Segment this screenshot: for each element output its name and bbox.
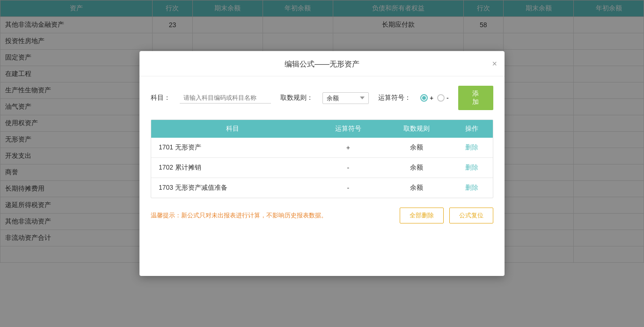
- delete-row-1-link[interactable]: 删除: [465, 164, 478, 171]
- table-cell-rule: 余额: [382, 138, 451, 158]
- table-header-cell: 操作: [451, 120, 493, 138]
- delete-row-2-link[interactable]: 删除: [465, 184, 478, 191]
- operator-radio-group: + -: [420, 94, 449, 102]
- table-cell-subject: 1702 累计摊销: [151, 158, 314, 178]
- operator-minus-radio[interactable]: -: [437, 94, 449, 102]
- table-cell-operator: -: [314, 178, 382, 198]
- operator-label: 运算符号：: [378, 94, 411, 102]
- table-cell-action: 删除: [451, 178, 493, 198]
- formula-form: 科目： 取数规则： 余额借方贷方借方发生额贷方发生额 运算符号： + - 添加: [139, 76, 505, 119]
- modal-footer: 温馨提示：新公式只对未出报表进行计算，不影响历史报表数据。 全部删除 公式复位: [139, 198, 505, 227]
- modal-header: 编辑公式——无形资产 ×: [139, 51, 505, 76]
- rule-select-wrap: 余额借方贷方借方发生额贷方发生额: [322, 92, 369, 104]
- table-cell-operator: -: [314, 158, 382, 178]
- rule-label: 取数规则：: [280, 94, 313, 102]
- delete-row-0-link[interactable]: 删除: [465, 143, 478, 151]
- table-row: 1702 累计摊销-余额删除: [151, 158, 493, 178]
- edit-formula-modal: 编辑公式——无形资产 × 科目： 取数规则： 余额借方贷方借方发生额贷方发生额 …: [139, 51, 505, 276]
- operator-plus-radio[interactable]: +: [420, 94, 433, 102]
- operator-minus-label: -: [446, 94, 449, 102]
- table-row: 1703 无形资产减值准备-余额删除: [151, 178, 493, 198]
- rule-select[interactable]: 余额借方贷方借方发生额贷方发生额: [322, 92, 369, 104]
- table-cell-rule: 余额: [382, 178, 451, 198]
- operator-plus-circle: [420, 94, 428, 102]
- add-button[interactable]: 添加: [458, 86, 493, 110]
- table-header-cell: 取数规则: [382, 120, 451, 138]
- table-cell-action: 删除: [451, 158, 493, 178]
- formula-table: 科目运算符号取数规则操作 1701 无形资产+余额删除1702 累计摊销-余额删…: [151, 119, 493, 198]
- table-row: 1701 无形资产+余额删除: [151, 138, 493, 158]
- table-cell-operator: +: [314, 138, 382, 158]
- table-header-cell: 运算符号: [314, 120, 382, 138]
- modal-overlay: 编辑公式——无形资产 × 科目： 取数规则： 余额借方贷方借方发生额贷方发生额 …: [0, 0, 644, 327]
- modal-title: 编辑公式——无形资产: [285, 60, 359, 68]
- operator-minus-circle: [437, 94, 445, 102]
- table-header-cell: 科目: [151, 120, 314, 138]
- subject-input[interactable]: [180, 92, 271, 104]
- table-cell-action: 删除: [451, 138, 493, 158]
- delete-all-button[interactable]: 全部删除: [400, 208, 444, 223]
- hint-text: 温馨提示：新公式只对未出报表进行计算，不影响历史报表数据。: [151, 211, 327, 220]
- table-cell-rule: 余额: [382, 158, 451, 178]
- reset-button[interactable]: 公式复位: [449, 208, 493, 223]
- close-button[interactable]: ×: [492, 59, 497, 68]
- footer-buttons: 全部删除 公式复位: [400, 208, 493, 223]
- operator-plus-label: +: [430, 94, 433, 102]
- subject-label: 科目：: [151, 94, 170, 102]
- table-cell-subject: 1703 无形资产减值准备: [151, 178, 314, 198]
- table-cell-subject: 1701 无形资产: [151, 138, 314, 158]
